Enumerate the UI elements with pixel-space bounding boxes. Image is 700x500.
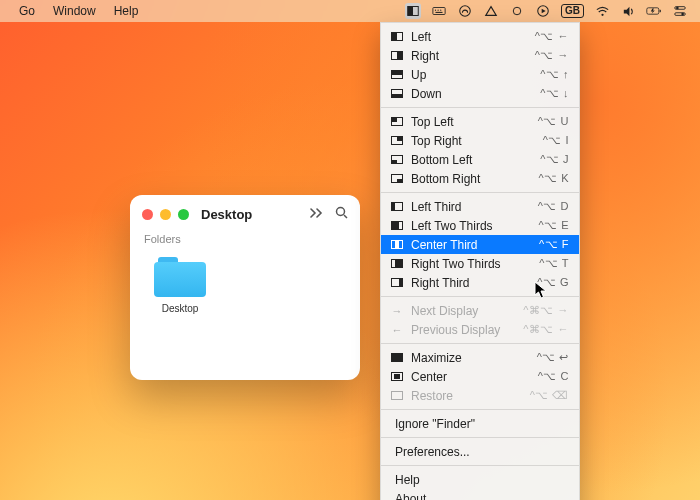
menu-item-shortcut: ^⌘⌥ → <box>523 304 569 317</box>
menu-item-left[interactable]: Left^⌥ ← <box>381 27 579 46</box>
svg-point-3 <box>435 10 436 11</box>
input-source-badge[interactable]: GB <box>561 4 584 18</box>
menu-item-shortcut: ^⌥ I <box>543 134 569 147</box>
rectangle-menubar-icon[interactable] <box>405 3 421 19</box>
finder-titlebar[interactable]: Desktop <box>130 195 360 229</box>
menu-item-shortcut: ^⌥ ↑ <box>540 68 569 81</box>
menu-item-shortcut: ^⌥ U <box>538 115 569 128</box>
menu-go[interactable]: Go <box>10 0 44 22</box>
menu-item-help[interactable]: Help <box>381 470 579 489</box>
menu-separator <box>381 409 579 410</box>
menu-item-label: Top Right <box>411 134 543 148</box>
menu-separator <box>381 465 579 466</box>
menu-item-center[interactable]: Center^⌥ C <box>381 367 579 386</box>
position-icon-bl <box>389 155 405 164</box>
menu-item-label: Top Left <box>411 115 538 129</box>
menu-item-label: Left <box>411 30 535 44</box>
rectangle-dropdown-menu: Left^⌥ ←Right^⌥ →Up^⌥ ↑Down^⌥ ↓Top Left^… <box>380 22 580 500</box>
position-icon-left <box>389 32 405 41</box>
battery-icon[interactable] <box>646 3 662 19</box>
menu-item-bottom-left[interactable]: Bottom Left^⌥ J <box>381 150 579 169</box>
menu-item-label: Bottom Right <box>411 172 538 186</box>
traffic-lights <box>142 209 189 220</box>
menu-item-preferences[interactable]: Preferences... <box>381 442 579 461</box>
svg-point-5 <box>440 10 441 11</box>
folder-label: Desktop <box>162 303 199 314</box>
menu-window[interactable]: Window <box>44 0 105 22</box>
menu-item-shortcut: ^⌥ E <box>538 219 569 232</box>
position-icon-tr <box>389 136 405 145</box>
minimize-button[interactable] <box>160 209 171 220</box>
menu-item-shortcut: ^⌥ ↓ <box>540 87 569 100</box>
menu-item-top-left[interactable]: Top Left^⌥ U <box>381 112 579 131</box>
menu-item-label: Center Third <box>411 238 539 252</box>
svg-line-18 <box>344 215 347 218</box>
menu-separator <box>381 343 579 344</box>
menu-item-right-two-thirds[interactable]: Right Two Thirds^⌥ T <box>381 254 579 273</box>
position-icon-l23 <box>389 221 405 230</box>
menu-item-left-third[interactable]: Left Third^⌥ D <box>381 197 579 216</box>
circle-icon[interactable] <box>509 3 525 19</box>
menu-item-left-two-thirds[interactable]: Left Two Thirds^⌥ E <box>381 216 579 235</box>
menu-item-shortcut: ^⌥ ← <box>535 30 569 43</box>
menu-item-label: Help <box>395 473 569 487</box>
position-icon-max <box>389 353 405 362</box>
keyboard-icon[interactable] <box>431 3 447 19</box>
play-icon[interactable] <box>535 3 551 19</box>
position-icon-r23 <box>389 259 405 268</box>
menu-item-label: Right Two Thirds <box>411 257 539 271</box>
wifi-icon[interactable] <box>594 3 610 19</box>
finder-section-header: Folders <box>130 229 360 251</box>
menu-item-shortcut: ^⌘⌥ ← <box>523 323 569 336</box>
position-icon-right <box>389 51 405 60</box>
menu-item-maximize[interactable]: Maximize^⌥ ↩ <box>381 348 579 367</box>
menu-item-about[interactable]: About <box>381 489 579 500</box>
menu-item-shortcut: ^⌥ ⌫ <box>530 389 569 402</box>
menu-separator <box>381 192 579 193</box>
menu-item-bottom-right[interactable]: Bottom Right^⌥ K <box>381 169 579 188</box>
menu-item-label: Center <box>411 370 538 384</box>
menu-item-right[interactable]: Right^⌥ → <box>381 46 579 65</box>
menu-item-restore: Restore^⌥ ⌫ <box>381 386 579 405</box>
menu-item-top-right[interactable]: Top Right^⌥ I <box>381 131 579 150</box>
position-icon-br <box>389 174 405 183</box>
menubar-right: GB <box>405 3 700 19</box>
mouse-cursor-icon <box>534 281 548 299</box>
position-icon-prev: ← <box>389 324 405 336</box>
position-icon-l3 <box>389 202 405 211</box>
menu-item-label: Left Two Thirds <box>411 219 538 233</box>
finder-window[interactable]: Desktop Folders Desktop <box>130 195 360 380</box>
menu-separator <box>381 437 579 438</box>
menu-item-shortcut: ^⌥ D <box>538 200 569 213</box>
control-center-icon[interactable] <box>672 3 688 19</box>
close-button[interactable] <box>142 209 153 220</box>
creative-cloud-icon[interactable] <box>457 3 473 19</box>
svg-point-10 <box>601 13 603 15</box>
svg-rect-2 <box>433 8 445 15</box>
menu-item-shortcut: ^⌥ T <box>539 257 569 270</box>
menu-item-center-third[interactable]: Center Third^⌥ F <box>381 235 579 254</box>
menu-item-shortcut: ^⌥ K <box>538 172 569 185</box>
finder-title: Desktop <box>201 207 252 222</box>
menu-item-next-display: →Next Display^⌘⌥ → <box>381 301 579 320</box>
position-icon-c3 <box>389 240 405 249</box>
search-icon[interactable] <box>335 205 348 223</box>
volume-icon[interactable] <box>620 3 636 19</box>
menu-separator <box>381 107 579 108</box>
menu-item-up[interactable]: Up^⌥ ↑ <box>381 65 579 84</box>
svg-point-7 <box>460 6 471 17</box>
menu-help[interactable]: Help <box>105 0 148 22</box>
folder-item-desktop[interactable]: Desktop <box>144 257 216 314</box>
position-icon-r3 <box>389 278 405 287</box>
svg-point-8 <box>513 7 521 15</box>
menu-item-label: Left Third <box>411 200 538 214</box>
svg-point-14 <box>676 7 679 10</box>
menu-item-down[interactable]: Down^⌥ ↓ <box>381 84 579 103</box>
menu-item-ignore-finder[interactable]: Ignore "Finder" <box>381 414 579 433</box>
menu-item-label: Restore <box>411 389 530 403</box>
triangle-icon[interactable] <box>483 3 499 19</box>
chevrons-icon[interactable] <box>309 205 323 223</box>
menu-item-right-third[interactable]: Right Third^⌥ G <box>381 273 579 292</box>
zoom-button[interactable] <box>178 209 189 220</box>
menu-item-label: Right Third <box>411 276 537 290</box>
